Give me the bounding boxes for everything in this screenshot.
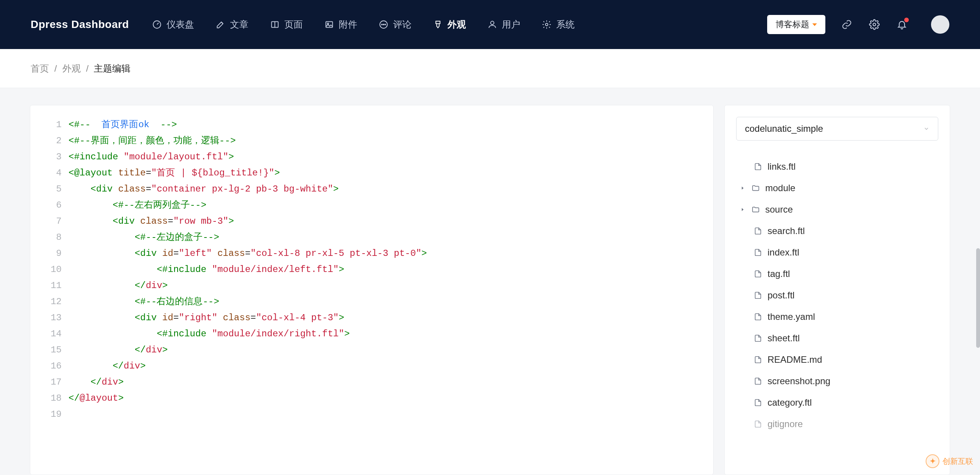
- settings-button[interactable]: [868, 18, 880, 31]
- nav-comments[interactable]: 评论: [379, 18, 412, 31]
- breadcrumb-home[interactable]: 首页: [31, 62, 49, 75]
- code-line: <div class="container px-lg-2 pb-3 bg-wh…: [69, 181, 704, 197]
- nav-articles[interactable]: 文章: [216, 18, 248, 31]
- line-number: 3: [30, 149, 62, 165]
- code-line: <#--左右两列盒子-->: [69, 197, 704, 213]
- file-tree: links.ftl module source search.ftl index…: [736, 156, 938, 435]
- line-number: 18: [30, 390, 62, 406]
- code-line: </div>: [69, 342, 704, 358]
- code-line: </div>: [69, 278, 704, 294]
- nav-system[interactable]: 系统: [542, 18, 575, 31]
- file-tree-label: screenshot.png: [768, 376, 830, 387]
- page-scrollbar[interactable]: [975, 49, 980, 475]
- caret-down-icon: [812, 23, 817, 26]
- file-tree-item[interactable]: gitignore: [736, 413, 938, 435]
- file-tree-label: module: [765, 183, 795, 193]
- code-editor-panel: 1 2 3 4 5 6 7 8 9 10 11 12 13 14 15 16 1…: [30, 105, 714, 475]
- line-number: 5: [30, 181, 62, 197]
- svg-point-9: [491, 21, 494, 25]
- nav-pages[interactable]: 页面: [270, 18, 303, 31]
- nav-attachments[interactable]: 附件: [324, 18, 357, 31]
- code-line: <@layout title="首页 | ${blog_title!}">: [69, 165, 704, 181]
- file-icon: [754, 334, 762, 342]
- blog-title-label: 博客标题: [776, 19, 809, 30]
- file-tree-label: source: [765, 204, 793, 215]
- svg-point-11: [873, 23, 876, 26]
- breadcrumb-sep: /: [54, 63, 57, 74]
- user-icon: [487, 20, 497, 29]
- file-tree-item[interactable]: screenshot.png: [736, 370, 938, 392]
- file-tree-item[interactable]: search.ftl: [736, 220, 938, 242]
- file-tree-item[interactable]: index.ftl: [736, 242, 938, 263]
- expand-icon: [739, 206, 746, 213]
- line-number: 6: [30, 197, 62, 213]
- settings-icon: [869, 19, 880, 30]
- file-tree-label: gitignore: [768, 419, 803, 429]
- file-tree-item[interactable]: tag.ftl: [736, 263, 938, 285]
- code-line: <#include "module/index/left.ftl">: [69, 262, 704, 278]
- file-icon: [754, 313, 762, 321]
- file-tree-folder[interactable]: module: [736, 177, 938, 199]
- brand-title: Dpress Dashboard: [31, 18, 129, 31]
- nav-appearance-label: 外观: [448, 18, 466, 31]
- nav-comments-label: 评论: [393, 18, 412, 31]
- nav-users[interactable]: 用户: [487, 18, 520, 31]
- file-icon: [754, 270, 762, 278]
- line-number: 10: [30, 262, 62, 278]
- theme-select-dropdown[interactable]: codelunatic_simple: [736, 117, 938, 141]
- breadcrumb-appearance[interactable]: 外观: [62, 62, 81, 75]
- watermark: ✦ 创新互联: [926, 454, 973, 468]
- code-area[interactable]: <#-- 首页界面ok --><#--界面，间距，颜色，功能，逻辑--><#in…: [69, 117, 704, 463]
- file-sidebar: codelunatic_simple links.ftl module sour…: [724, 105, 950, 475]
- main-content: 1 2 3 4 5 6 7 8 9 10 11 12 13 14 15 16 1…: [0, 88, 980, 475]
- breadcrumb-bar: 首页 / 外观 / 主题编辑: [0, 49, 980, 88]
- line-number: 11: [30, 278, 62, 294]
- file-tree-item[interactable]: links.ftl: [736, 156, 938, 177]
- file-tree-item[interactable]: category.ftl: [736, 392, 938, 413]
- nav-system-label: 系统: [556, 18, 575, 31]
- edit-icon: [216, 20, 225, 29]
- nav-appearance[interactable]: 外观: [433, 18, 466, 31]
- code-line: <#include "module/index/right.ftl">: [69, 326, 704, 342]
- brush-icon: [433, 20, 443, 29]
- nav-dashboard[interactable]: 仪表盘: [152, 18, 194, 31]
- file-tree-item[interactable]: README.md: [736, 349, 938, 370]
- line-number: 8: [30, 229, 62, 246]
- svg-point-6: [382, 24, 382, 25]
- line-number: 16: [30, 358, 62, 374]
- link-button[interactable]: [841, 18, 853, 31]
- file-tree-label: category.ftl: [768, 397, 812, 408]
- file-tree-label: search.ftl: [768, 226, 805, 236]
- code-line: <div id="right" class="col-xl-4 pt-3">: [69, 310, 704, 326]
- blog-title-dropdown[interactable]: 博客标题: [767, 15, 825, 34]
- line-number-gutter: 1 2 3 4 5 6 7 8 9 10 11 12 13 14 15 16 1…: [30, 117, 69, 463]
- gear-icon: [542, 20, 552, 29]
- breadcrumb-sep: /: [86, 63, 89, 74]
- file-icon: [754, 162, 762, 171]
- svg-marker-13: [742, 208, 744, 211]
- file-tree-label: tag.ftl: [768, 269, 790, 279]
- code-line: [69, 406, 704, 423]
- theme-select-value: codelunatic_simple: [745, 123, 823, 134]
- gauge-icon: [152, 20, 162, 29]
- code-line: </div>: [69, 358, 704, 374]
- file-tree-item[interactable]: theme.yaml: [736, 306, 938, 328]
- avatar[interactable]: [931, 15, 949, 34]
- code-line: <#include "module/layout.ftl">: [69, 149, 704, 165]
- nav-dashboard-label: 仪表盘: [167, 18, 194, 31]
- notification-dot: [904, 18, 909, 22]
- file-tree-item[interactable]: sheet.ftl: [736, 328, 938, 349]
- file-icon: [754, 291, 762, 300]
- notifications-button[interactable]: [896, 18, 908, 31]
- watermark-label: 创新互联: [942, 456, 973, 467]
- file-tree-item[interactable]: post.ftl: [736, 285, 938, 306]
- file-tree-label: sheet.ftl: [768, 333, 800, 344]
- line-number: 12: [30, 294, 62, 310]
- code-line: <div id="left" class="col-xl-8 pr-xl-5 p…: [69, 246, 704, 262]
- file-icon: [754, 227, 762, 235]
- code-line: <#-- 首页界面ok -->: [69, 117, 704, 133]
- file-tree-label: README.md: [768, 354, 822, 365]
- scrollbar-thumb[interactable]: [976, 248, 980, 348]
- file-icon: [754, 355, 762, 364]
- file-tree-folder[interactable]: source: [736, 199, 938, 220]
